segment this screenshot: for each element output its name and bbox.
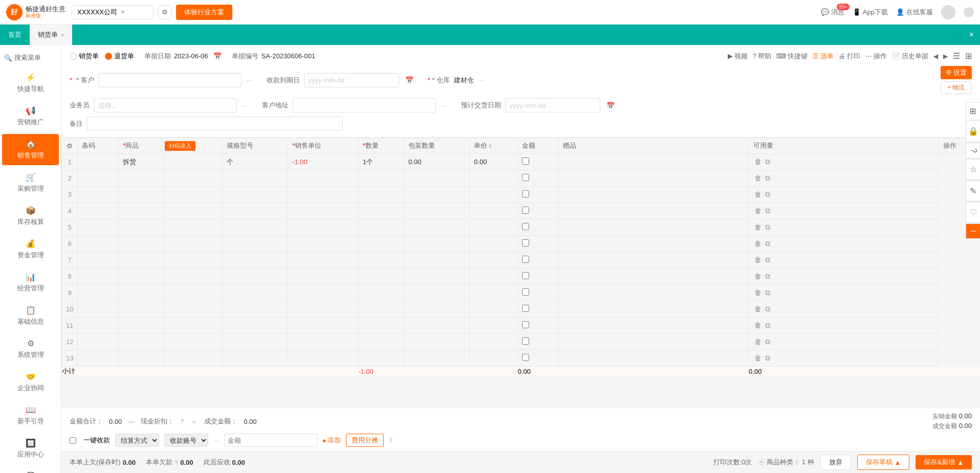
save-new-button[interactable]: 保存&新增 ▲ xyxy=(916,455,972,469)
expense-split-button[interactable]: 费用分摊 xyxy=(346,434,384,447)
row-barcode[interactable] xyxy=(78,170,119,187)
row-unit[interactable] xyxy=(222,334,288,350)
row-unit-price[interactable]: 0.00 xyxy=(404,154,469,170)
row-copy-icon[interactable]: ⧉ xyxy=(765,223,770,231)
row-spec[interactable] xyxy=(164,301,222,318)
row-delete-icon[interactable]: 🗑 xyxy=(754,190,761,198)
row-barcode[interactable] xyxy=(78,350,119,367)
row-unit[interactable] xyxy=(222,236,288,252)
row-pkg-qty[interactable]: 1个 xyxy=(358,154,404,170)
due-date-calendar-icon[interactable]: 📅 xyxy=(405,76,413,84)
next-record-btn[interactable]: ▶ xyxy=(943,53,948,60)
row-delete-icon[interactable]: 🗑 xyxy=(754,223,761,231)
row-gift[interactable] xyxy=(518,236,559,252)
sidebar-item-quick-nav[interactable]: ⚡ 快捷导航 xyxy=(2,67,59,99)
sidebar-item-corp-wechat[interactable]: 💬 企业微信 xyxy=(2,466,59,473)
customer-more-icon[interactable]: ··· xyxy=(247,76,252,84)
row-unit-price[interactable] xyxy=(404,236,469,252)
row-unit-price[interactable] xyxy=(404,170,469,187)
sidebar-item-ops-mgmt[interactable]: 📊 经营管理 xyxy=(2,267,59,298)
row-copy-icon[interactable]: ⧉ xyxy=(765,272,770,280)
sidebar-item-sys-mgmt[interactable]: ⚙ 系统管理 xyxy=(2,333,59,365)
notes-input[interactable] xyxy=(87,117,343,131)
row-barcode[interactable] xyxy=(78,236,119,252)
row-barcode[interactable] xyxy=(78,203,119,219)
trial-button[interactable]: 体验行业方案 xyxy=(176,5,232,20)
row-spec[interactable] xyxy=(164,154,222,170)
due-date-input[interactable] xyxy=(304,73,399,87)
view-mode-grid-btn[interactable]: ⊞ xyxy=(965,51,972,61)
row-qty[interactable] xyxy=(288,268,359,285)
row-amount[interactable] xyxy=(470,318,518,334)
row-qty[interactable] xyxy=(288,318,359,334)
prev-record-btn[interactable]: ◀ xyxy=(933,53,938,60)
row-unit-price[interactable] xyxy=(404,268,469,285)
print-btn[interactable]: 🖨 打印 xyxy=(839,52,860,61)
row-amount[interactable] xyxy=(470,170,518,187)
row-unit[interactable]: 个 xyxy=(222,154,288,170)
row-spec[interactable] xyxy=(164,219,222,236)
float-btn-fav[interactable]: ♡ xyxy=(966,202,980,223)
row-pkg-qty[interactable] xyxy=(358,334,404,350)
add-payment-button[interactable]: ● 添加 xyxy=(322,436,341,445)
row-product[interactable] xyxy=(119,187,164,203)
row-product[interactable] xyxy=(119,285,164,301)
sidebar-item-basic-info[interactable]: 📋 基础信息 xyxy=(2,300,59,331)
row-gift[interactable] xyxy=(518,170,559,187)
row-barcode[interactable] xyxy=(78,154,119,170)
row-amount[interactable]: 0.00 xyxy=(470,154,518,170)
row-product[interactable] xyxy=(119,318,164,334)
operation-btn[interactable]: ⋯ 操作 xyxy=(865,52,887,61)
row-amount[interactable] xyxy=(470,285,518,301)
row-amount[interactable] xyxy=(470,203,518,219)
row-amount[interactable] xyxy=(470,334,518,350)
row-unit[interactable] xyxy=(222,268,288,285)
row-gift[interactable] xyxy=(518,154,559,170)
avatar2[interactable] xyxy=(964,7,974,17)
row-barcode[interactable] xyxy=(78,268,119,285)
row-qty[interactable] xyxy=(288,236,359,252)
row-gift[interactable] xyxy=(518,219,559,236)
account-more-icon[interactable]: ··· xyxy=(213,437,219,444)
row-barcode[interactable] xyxy=(78,252,119,268)
sidebar-item-inventory[interactable]: 📦 库存核算 xyxy=(2,200,59,232)
sidebar-item-marketing[interactable]: 📢 营销推广 xyxy=(2,101,59,132)
row-qty[interactable] xyxy=(288,285,359,301)
row-copy-icon[interactable]: ⧉ xyxy=(765,256,770,264)
settings-button[interactable]: ⚙ 设置 xyxy=(941,66,972,79)
row-qty[interactable] xyxy=(288,350,359,367)
row-gift[interactable] xyxy=(518,203,559,219)
row-qty[interactable] xyxy=(288,170,359,187)
row-pkg-qty[interactable] xyxy=(358,252,404,268)
row-unit-price[interactable] xyxy=(404,285,469,301)
row-unit[interactable] xyxy=(222,219,288,236)
row-copy-icon[interactable]: ⧉ xyxy=(765,305,770,313)
view-mode-list-btn[interactable]: ☰ xyxy=(953,51,960,61)
row-spec[interactable] xyxy=(164,318,222,334)
row-spec[interactable] xyxy=(164,187,222,203)
row-delete-icon[interactable]: 🗑 xyxy=(754,321,761,329)
row-gift[interactable] xyxy=(518,350,559,367)
row-spec[interactable] xyxy=(164,285,222,301)
message-button[interactable]: 💬 消息 99+ xyxy=(821,8,844,17)
row-product[interactable] xyxy=(119,350,164,367)
row-gift[interactable] xyxy=(518,334,559,350)
row-unit-price[interactable] xyxy=(404,334,469,350)
radio-sales-order[interactable]: 销货单 xyxy=(70,52,99,61)
shortcut-btn[interactable]: ⌨ 快捷键 xyxy=(776,52,808,61)
row-pkg-qty[interactable] xyxy=(358,203,404,219)
row-spec[interactable] xyxy=(164,350,222,367)
one-click-payment-checkbox[interactable] xyxy=(70,437,76,444)
row-unit-price[interactable] xyxy=(404,318,469,334)
row-delete-icon[interactable]: 🗑 xyxy=(754,256,761,264)
sidebar-item-newbie[interactable]: 📖 新手引导 xyxy=(2,400,59,431)
row-unit[interactable] xyxy=(222,350,288,367)
payment-method-select[interactable]: 结算方式 xyxy=(115,434,159,447)
row-gift[interactable] xyxy=(518,268,559,285)
row-gift[interactable] xyxy=(518,252,559,268)
row-amount[interactable] xyxy=(470,301,518,318)
row-spec[interactable] xyxy=(164,334,222,350)
save-draft-button[interactable]: 保存草稿 ▲ xyxy=(857,455,910,470)
row-spec[interactable] xyxy=(164,203,222,219)
row-copy-icon[interactable]: ⧉ xyxy=(765,337,770,346)
